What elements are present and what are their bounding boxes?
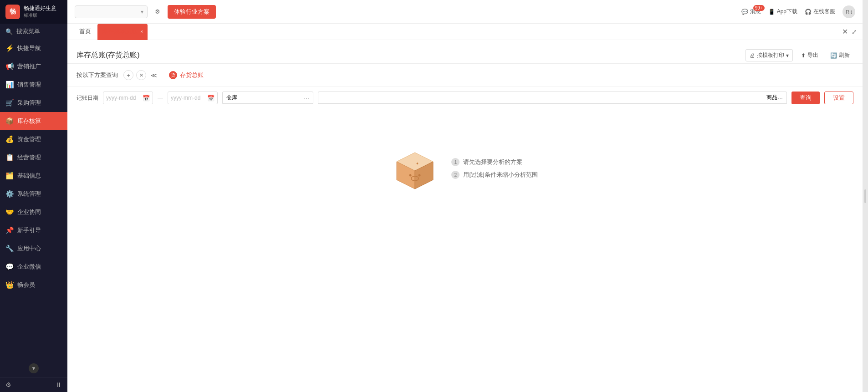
filter-row: 按以下方案查询 + ✕ ≪ 货 存货总账 xyxy=(77,69,853,81)
scheme-item-label: 存货总账 xyxy=(180,71,204,79)
phone-icon: 📱 xyxy=(768,9,775,15)
svg-point-5 xyxy=(419,174,421,177)
sidebar-logo: 畅 畅捷通好生意 标准版 xyxy=(0,0,67,24)
sidebar-item-appcenter[interactable]: 🔧 应用中心 xyxy=(0,239,67,258)
settings-icon[interactable]: ⚙ xyxy=(5,381,11,388)
tabs-actions: ✕ ⤢ xyxy=(842,27,857,36)
sidebar-item-inventory[interactable]: 📦 库存核算 xyxy=(0,112,67,130)
sidebar-item-finance[interactable]: 💰 资金管理 xyxy=(0,130,67,148)
scroll-down-btn[interactable]: ▼ xyxy=(29,363,39,373)
sidebar-item-quick-nav[interactable]: ⚡ 快捷导航 xyxy=(0,39,67,57)
tab-inventory-ledger[interactable]: 库存成本总账 × xyxy=(97,24,148,40)
right-panel-handle xyxy=(864,189,866,203)
newbie-icon: 📌 xyxy=(5,226,14,234)
online-service-btn[interactable]: 🎧 在线客服 xyxy=(805,8,835,15)
warehouse-select[interactable]: 仓库 ··· xyxy=(222,92,313,104)
gear-icon[interactable]: ⚙ xyxy=(151,5,164,18)
sidebar-item-sales[interactable]: 📊 销售管理 xyxy=(0,76,67,94)
basic-icon: 🗂️ xyxy=(5,172,14,180)
tip-text-1: 请先选择要分析的方案 xyxy=(463,158,522,166)
main: ▾ ⚙ 体验行业方案 💬 消息 99+ 📱 App下载 🎧 在线客服 Rit xyxy=(67,0,863,392)
refresh-label: 刷新 xyxy=(839,51,850,59)
refresh-btn[interactable]: 🔄 刷新 xyxy=(827,50,853,61)
headset-icon: 🎧 xyxy=(805,9,812,15)
sidebar-item-basic[interactable]: 🗂️ 基础信息 xyxy=(0,167,67,185)
sidebar-item-label: 系统管理 xyxy=(17,190,41,198)
query-button[interactable]: 查询 xyxy=(791,92,820,104)
warehouse-more-icon: ··· xyxy=(304,94,309,102)
close-panel-icon[interactable]: ✕ xyxy=(842,27,848,36)
sales-icon: 📊 xyxy=(5,81,14,89)
sidebar-item-label: 经营管理 xyxy=(17,153,41,162)
sidebar-item-label: 企业微信 xyxy=(17,263,41,271)
svg-text:✦: ✦ xyxy=(416,162,419,166)
business-icon: 📋 xyxy=(5,153,14,162)
filter-add-btn[interactable]: + xyxy=(123,70,133,80)
tip-num-1: 1 xyxy=(451,158,460,166)
print-btn[interactable]: 🖨 按模板打印 ▾ xyxy=(745,49,793,61)
topbar-left: ▾ ⚙ 体验行业方案 xyxy=(75,5,741,19)
page-title: 库存总账(存货总账) xyxy=(77,51,140,60)
empty-tip-2: 2 用[过滤]条件来缩小分析范围 xyxy=(451,171,537,179)
appcenter-icon: 🔧 xyxy=(5,244,14,253)
filter-area: 按以下方案查询 + ✕ ≪ 货 存货总账 xyxy=(67,64,863,87)
sidebar-item-business[interactable]: 📋 经营管理 xyxy=(0,148,67,167)
right-panel[interactable] xyxy=(863,0,868,392)
search-icon: 🔍 xyxy=(5,28,13,35)
message-btn[interactable]: 💬 消息 99+ xyxy=(741,8,761,15)
sidebar-item-enterprise[interactable]: 🤝 企业协同 xyxy=(0,203,67,221)
svg-point-4 xyxy=(409,174,412,177)
chevron-down-icon: ▾ xyxy=(141,9,143,15)
sidebar-search[interactable]: 🔍 搜索菜单 xyxy=(0,24,67,39)
goods-more-icon: ··· xyxy=(777,94,783,102)
filter-label: 按以下方案查询 xyxy=(77,71,118,79)
sidebar-item-label: 企业协同 xyxy=(17,208,41,216)
scheme-item[interactable]: 货 存货总账 xyxy=(164,69,208,81)
tabs: 首页 库存成本总账 × ✕ ⤢ xyxy=(67,24,863,40)
sidebar-item-label: 新手引导 xyxy=(17,226,41,234)
export-btn[interactable]: ⬆ 导出 xyxy=(797,50,822,61)
goods-select[interactable]: 商品 ··· xyxy=(318,92,787,104)
tab-home[interactable]: 首页 xyxy=(73,24,97,40)
collapse-icon[interactable]: ⏸ xyxy=(56,381,62,388)
sidebar-item-system[interactable]: ⚙️ 系统管理 xyxy=(0,185,67,203)
date-field-label: 记账日期 xyxy=(77,94,98,102)
app-name: 畅捷通好生意 xyxy=(24,5,56,12)
filter-expand-btn[interactable]: ≪ xyxy=(149,70,159,80)
sidebar-bottom: ⚙ ⏸ xyxy=(0,377,67,392)
page-header-actions: 🖨 按模板打印 ▾ ⬆ 导出 🔄 刷新 xyxy=(745,49,853,61)
sidebar-item-purchase[interactable]: 🛒 采购管理 xyxy=(0,94,67,112)
trial-button[interactable]: 体验行业方案 xyxy=(168,5,216,19)
sidebar-item-marketing[interactable]: 📢 营销推广 xyxy=(0,57,67,76)
calendar-end-icon: 📅 xyxy=(207,95,214,102)
setting-button[interactable]: 设置 xyxy=(824,92,853,104)
app-download-btn[interactable]: 📱 App下载 xyxy=(768,8,797,15)
filter-collapse-btn[interactable]: ✕ xyxy=(136,70,146,80)
date-end-input[interactable]: yyyy-mm-dd 📅 xyxy=(168,92,218,104)
tab-close-icon[interactable]: × xyxy=(140,29,143,34)
sidebar-item-newbie[interactable]: 📌 新手引导 xyxy=(0,221,67,239)
empty-tips: 1 请先选择要分析的方案 2 用[过滤]条件来缩小分析范围 xyxy=(451,158,537,179)
print-arrow-icon: ▾ xyxy=(786,52,789,59)
warehouse-label: 仓库 xyxy=(226,94,237,102)
scheme-selector[interactable]: ▾ xyxy=(75,5,148,18)
sidebar-item-wechat[interactable]: 💬 企业微信 xyxy=(0,258,67,276)
query-form: 记账日期 yyyy-mm-dd 📅 — yyyy-mm-dd 📅 仓库 ··· … xyxy=(67,87,863,109)
scheme-item-icon: 货 xyxy=(169,71,177,79)
empty-state-content: ✦ 1 请先选择要分析的方案 2 用[过滤]条件来缩小分析范围 xyxy=(392,146,537,191)
tab-label: 库存成本总账 xyxy=(102,27,138,36)
system-icon: ⚙️ xyxy=(5,190,14,198)
user-avatar[interactable]: Rit xyxy=(842,5,855,18)
calendar-start-icon: 📅 xyxy=(143,95,150,102)
sidebar-item-label: 库存核算 xyxy=(17,117,41,125)
export-label: 导出 xyxy=(807,51,818,59)
wechat-icon: 💬 xyxy=(5,263,14,271)
refresh-icon: 🔄 xyxy=(830,52,837,59)
filter-actions: + ✕ ≪ xyxy=(123,70,159,80)
sidebar-item-member[interactable]: 👑 畅会员 xyxy=(0,276,67,294)
sidebar-item-label: 畅会员 xyxy=(17,281,35,289)
date-start-input[interactable]: yyyy-mm-dd 📅 xyxy=(103,92,153,104)
logo-icon: 畅 xyxy=(5,5,20,19)
sidebar: 畅 畅捷通好生意 标准版 🔍 搜索菜单 ⚡ 快捷导航 📢 营销推广 📊 销售管理… xyxy=(0,0,67,392)
expand-panel-icon[interactable]: ⤢ xyxy=(852,28,857,36)
